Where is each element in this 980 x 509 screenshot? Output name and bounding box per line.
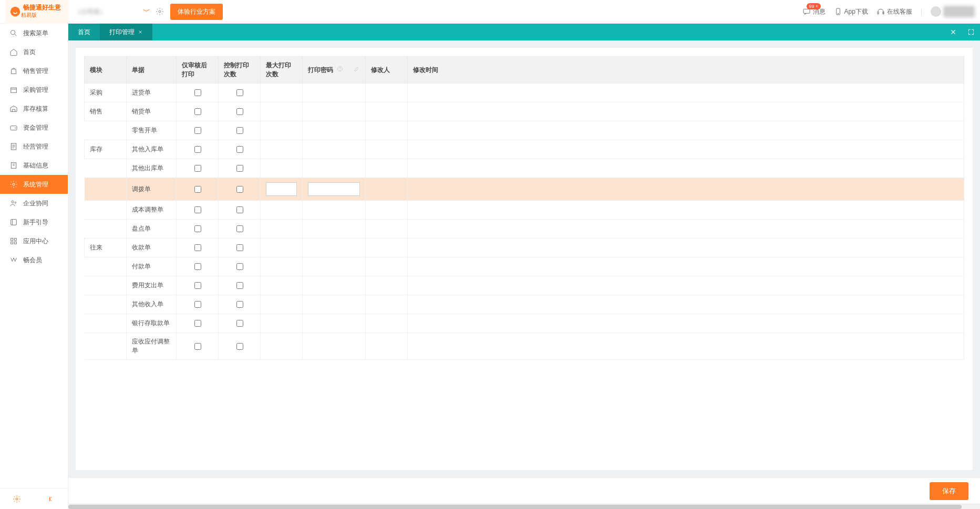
th-print-password: 打印密码 <box>303 57 366 84</box>
fullscreen-icon[interactable] <box>962 24 980 40</box>
sidebar-item-info[interactable]: 基础信息 <box>0 156 68 175</box>
settings-gear-icon[interactable] <box>156 7 164 16</box>
username-blurred <box>943 6 975 17</box>
cell-document: 其他入库单 <box>127 140 177 159</box>
cell-audit-only <box>177 201 219 220</box>
sidebar-item-grid[interactable]: 应用中心 <box>0 232 68 251</box>
cell-document: 银行存取款单 <box>127 314 177 333</box>
cell-audit-only <box>177 333 219 360</box>
control-count-checkbox[interactable] <box>236 225 243 232</box>
control-count-checkbox[interactable] <box>236 301 243 308</box>
control-count-checkbox[interactable] <box>236 186 243 193</box>
print-settings-table: 模块 单据 仅审核后打印 控制打印次数 最大打印次数 打印密码 修改人 <box>84 56 964 360</box>
sidebar-item-gear[interactable]: 系统管理 <box>0 175 68 194</box>
audit-only-checkbox[interactable] <box>194 108 201 115</box>
cell-audit-only <box>177 159 219 178</box>
tabs-close-all-icon[interactable] <box>944 24 962 40</box>
cell-control-count <box>219 314 261 333</box>
cell-print-password <box>303 276 366 295</box>
cell-document: 盘点单 <box>127 220 177 238</box>
sidebar-item-guide[interactable]: 新手引导 <box>0 213 68 232</box>
warehouse-icon <box>9 105 18 113</box>
cell-control-count <box>219 159 261 178</box>
company-selector[interactable]: （公司名） ﹀ <box>75 7 150 16</box>
audit-only-checkbox[interactable] <box>194 225 201 232</box>
experience-industry-button[interactable]: 体验行业方案 <box>170 4 223 20</box>
control-count-checkbox[interactable] <box>236 206 243 213</box>
audit-only-checkbox[interactable] <box>194 263 201 270</box>
footer-bar: 保存 <box>68 477 980 504</box>
cell-audit-only <box>177 314 219 333</box>
audit-only-checkbox[interactable] <box>194 186 201 193</box>
cell-modify-time <box>408 314 964 333</box>
grid-icon <box>9 237 18 245</box>
audit-only-checkbox[interactable] <box>194 89 201 96</box>
sidebar-item-bag[interactable]: 销售管理 <box>0 61 68 80</box>
sidebar-item-warehouse[interactable]: 库存核算 <box>0 99 68 118</box>
control-count-checkbox[interactable] <box>236 320 243 327</box>
tab-close-icon[interactable] <box>138 29 143 35</box>
user-avatar[interactable] <box>931 6 975 17</box>
sidebar-item-vip[interactable]: 畅会员 <box>0 251 68 269</box>
cell-document: 费用支出单 <box>127 276 177 295</box>
control-count-checkbox[interactable] <box>236 89 243 96</box>
app-download-button[interactable]: App下载 <box>834 7 868 16</box>
audit-only-checkbox[interactable] <box>194 244 201 251</box>
vip-icon <box>9 256 18 264</box>
audit-only-checkbox[interactable] <box>194 343 201 350</box>
sidebar-item-doc[interactable]: 经营管理 <box>0 137 68 156</box>
table-row: 盘点单 <box>85 220 964 238</box>
audit-only-checkbox[interactable] <box>194 301 201 308</box>
audit-only-checkbox[interactable] <box>194 320 201 327</box>
max-print-input[interactable] <box>266 182 297 196</box>
audit-only-checkbox[interactable] <box>194 282 201 289</box>
sidebar-item-label: 资金管理 <box>23 123 48 132</box>
cell-modifier <box>366 159 408 178</box>
table-row: 付款单 <box>85 257 964 276</box>
control-count-checkbox[interactable] <box>236 263 243 270</box>
cell-print-password <box>303 257 366 276</box>
sidebar-item-box[interactable]: 采购管理 <box>0 80 68 99</box>
cell-print-password <box>303 102 366 121</box>
cell-max-print <box>261 178 303 201</box>
edit-icon[interactable] <box>354 66 360 72</box>
control-count-checkbox[interactable] <box>236 282 243 289</box>
brand-subtitle: 精易版 <box>21 12 61 19</box>
cell-audit-only <box>177 238 219 257</box>
wallet-icon <box>9 123 18 132</box>
horizontal-scrollbar[interactable] <box>68 504 980 509</box>
control-count-checkbox[interactable] <box>236 146 243 153</box>
save-button[interactable]: 保存 <box>930 482 968 500</box>
audit-only-checkbox[interactable] <box>194 127 201 134</box>
messages-button[interactable]: 99 + 消息 <box>802 7 826 16</box>
audit-only-checkbox[interactable] <box>194 146 201 153</box>
cell-max-print <box>261 102 303 121</box>
cell-max-print <box>261 140 303 159</box>
print-password-input[interactable] <box>308 182 360 196</box>
audit-only-checkbox[interactable] <box>194 206 201 213</box>
audit-only-checkbox[interactable] <box>194 165 201 172</box>
sidebar-item-wallet[interactable]: 资金管理 <box>0 118 68 137</box>
control-count-checkbox[interactable] <box>236 244 243 251</box>
online-service-button[interactable]: 在线客服 <box>876 7 912 16</box>
sidebar-item-home[interactable]: 首页 <box>0 43 68 61</box>
control-count-checkbox[interactable] <box>236 165 243 172</box>
th-audit-only: 仅审核后打印 <box>177 57 219 84</box>
control-count-checkbox[interactable] <box>236 343 243 350</box>
help-icon[interactable] <box>337 66 343 72</box>
footer-gear-icon[interactable] <box>13 495 21 503</box>
cell-module-empty <box>85 178 127 201</box>
info-icon <box>9 161 18 170</box>
tab-print-management[interactable]: 打印管理 <box>100 24 152 40</box>
cell-module: 往来 <box>85 238 127 257</box>
control-count-checkbox[interactable] <box>236 108 243 115</box>
cell-audit-only <box>177 102 219 121</box>
cell-max-print <box>261 238 303 257</box>
top-header: 畅捷通好生意 精易版 （公司名） ﹀ 体验行业方案 99 + 消息 App下载 … <box>0 0 980 24</box>
sidebar-item-team[interactable]: 企业协同 <box>0 194 68 213</box>
cell-max-print <box>261 84 303 102</box>
sidebar-collapse-icon[interactable] <box>47 495 55 503</box>
sidebar-item-search[interactable]: 搜索菜单 <box>0 24 68 43</box>
tab-home[interactable]: 首页 <box>68 24 100 40</box>
control-count-checkbox[interactable] <box>236 127 243 134</box>
